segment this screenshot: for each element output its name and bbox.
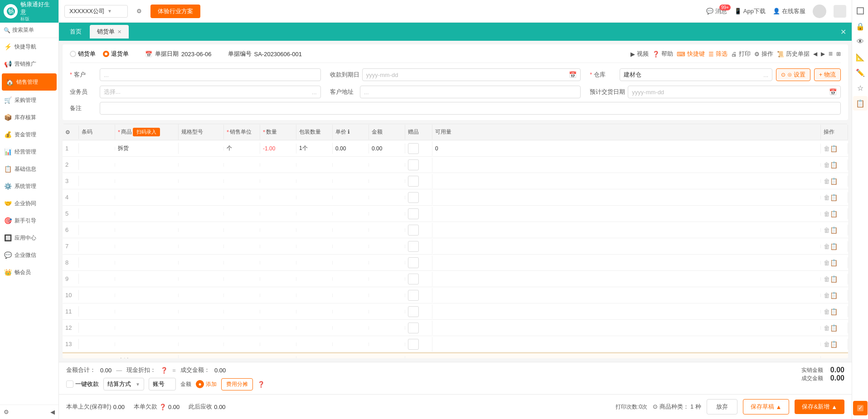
tab-home[interactable]: 首页 <box>63 25 89 39</box>
video-btn[interactable]: ▶ 视频 <box>630 50 649 58</box>
one-click-checkbox[interactable] <box>66 380 73 388</box>
delete-row-8[interactable]: 🗑 <box>824 259 830 266</box>
operation-btn[interactable]: ⚙ 操作 <box>754 50 773 58</box>
gift-checkbox-5[interactable] <box>408 208 419 219</box>
sidebar-item-shortcut[interactable]: ⚡ 快捷导航 <box>0 38 58 55</box>
warehouse-input[interactable]: 建材仓 ... <box>620 68 772 81</box>
sidebar-collapse-icon[interactable]: ◀ <box>50 409 55 415</box>
tab-sales-order[interactable]: 销货单 ✕ <box>90 25 129 39</box>
delete-row-12[interactable]: 🗑 <box>824 324 830 332</box>
save-new-button[interactable]: 保存&新增 ▲ <box>795 400 844 414</box>
trial-button[interactable]: 体验行业方案 <box>150 5 200 18</box>
gift-checkbox-11[interactable] <box>408 306 419 317</box>
delete-row-10[interactable]: 🗑 <box>824 292 830 299</box>
delete-row-9[interactable]: 🗑 <box>824 275 830 283</box>
payment-account-select[interactable]: 账号 <box>149 378 176 390</box>
user-menu[interactable] <box>834 5 846 18</box>
salesperson-input[interactable]: 选择... ... <box>100 86 321 98</box>
td-barcode-1[interactable] <box>79 147 115 150</box>
sidebar-item-guide[interactable]: 🎯 新手引导 <box>0 212 58 229</box>
td-price-1[interactable]: 0.00 <box>333 144 369 154</box>
gift-checkbox-7[interactable] <box>408 241 419 252</box>
th-settings[interactable]: ⚙ <box>63 125 79 139</box>
copy-row-5[interactable]: 📋 <box>830 210 838 217</box>
td-spec-1[interactable] <box>179 147 224 150</box>
td-qty-1[interactable]: -1.00 <box>260 144 296 154</box>
gift-checkbox-3[interactable] <box>408 176 419 187</box>
sidebar-item-sales[interactable]: 🏠 销售管理 <box>2 73 57 91</box>
copy-row-8[interactable]: 📋 <box>830 259 838 266</box>
due-date-input[interactable]: yyyy-mm-dd 📅 <box>362 68 581 81</box>
scan-barcode-button[interactable]: 扫码录入 <box>133 128 160 136</box>
customer-input[interactable]: ... <box>100 68 321 81</box>
td-pack-1[interactable]: 1个 <box>296 143 333 154</box>
rt-expand-btn[interactable] <box>853 4 868 18</box>
delivery-date-input[interactable]: yyyy-mm-dd 📅 <box>628 86 841 98</box>
gift-checkbox-13[interactable] <box>408 339 419 350</box>
flow-btn[interactable]: + 物流 <box>814 68 841 81</box>
td-unit-1[interactable]: 个 <box>224 143 260 154</box>
filter-btn[interactable]: ☰ 筛选 <box>708 50 727 58</box>
company-selector[interactable]: XXXXXX公司 ▼ <box>64 5 128 18</box>
delete-row-1[interactable]: 🗑 <box>824 145 830 152</box>
app-download-button[interactable]: 📱 App下载 <box>734 7 766 15</box>
prev-btn[interactable]: ◀ <box>813 51 817 57</box>
delete-row-13[interactable]: 🗑 <box>824 341 830 348</box>
print-btn[interactable]: 🖨 打印 <box>731 50 751 58</box>
rt-edit-btn[interactable]: ✏️ <box>853 65 868 80</box>
sidebar-item-vip[interactable]: 👑 畅会员 <box>0 264 58 281</box>
sidebar-item-basic[interactable]: 📋 基础信息 <box>0 160 58 178</box>
td-gift-1[interactable] <box>405 141 432 156</box>
sidebar-item-wechat[interactable]: 💬 企业微信 <box>0 246 58 264</box>
copy-row-9[interactable]: 📋 <box>830 275 838 283</box>
rt-star-btn[interactable]: ☆ <box>853 81 868 95</box>
tab-bar-close[interactable]: ✕ <box>840 28 846 36</box>
customer-address-input[interactable]: ... <box>360 86 581 98</box>
save-draft-button[interactable]: 保存草稿 ▲ <box>743 399 790 414</box>
add-amount-button[interactable]: ● <box>196 380 204 388</box>
delete-row-6[interactable]: 🗑 <box>824 226 830 234</box>
message-button[interactable]: 💬 消息 99+ <box>706 7 727 15</box>
sidebar-item-inventory[interactable]: 📦 库存核算 <box>0 109 58 126</box>
rt-measure-btn[interactable]: 📐 <box>853 50 868 64</box>
fee-split-button[interactable]: 费用分摊 <box>221 378 253 390</box>
delete-row-5[interactable]: 🗑 <box>824 210 830 217</box>
next-btn[interactable]: ▶ <box>821 51 825 57</box>
sidebar-item-system[interactable]: ⚙️ 系统管理 <box>0 178 58 195</box>
gift-checkbox-1[interactable] <box>408 143 419 154</box>
rt-orange-action-btn[interactable]: ✓ <box>853 401 868 415</box>
gift-checkbox-2[interactable] <box>408 159 419 170</box>
settings-btn[interactable]: ⊙ ⊙ 设置 <box>776 68 810 81</box>
gift-checkbox-10[interactable] <box>408 290 419 301</box>
list-view-btn[interactable]: ≡ <box>829 50 833 58</box>
delete-row-4[interactable]: 🗑 <box>824 194 830 201</box>
gift-checkbox-6[interactable] <box>408 225 419 236</box>
sidebar-search[interactable]: 🔍 搜索菜单 <box>0 23 58 38</box>
delete-row-7[interactable]: 🗑 <box>824 243 830 250</box>
shortcut-btn[interactable]: ⌨ 快捷键 <box>677 50 705 58</box>
note-input[interactable] <box>100 102 841 115</box>
gift-checkbox-9[interactable] <box>408 274 419 284</box>
sidebar-item-operations[interactable]: 📊 经营管理 <box>0 143 58 160</box>
copy-row-3[interactable]: 📋 <box>830 178 838 185</box>
sidebar-item-marketing[interactable]: 📢 营销推广 <box>0 55 58 72</box>
sidebar-item-collab[interactable]: 🤝 企业协同 <box>0 195 58 212</box>
payment-method-select[interactable]: 结算方式 ▼ <box>103 378 144 390</box>
copy-row-6[interactable]: 📋 <box>830 226 838 234</box>
online-service-button[interactable]: 👤 在线客服 <box>773 7 805 15</box>
copy-row-12[interactable]: 📋 <box>830 324 838 332</box>
delete-row-2[interactable]: 🗑 <box>824 161 830 169</box>
sidebar-item-appstore[interactable]: 🔲 应用中心 <box>0 229 58 246</box>
copy-row-13[interactable]: 📋 <box>830 341 838 348</box>
sidebar-item-finance[interactable]: 💰 资金管理 <box>0 126 58 143</box>
gift-checkbox-4[interactable] <box>408 192 419 203</box>
settings-button[interactable]: ⚙ <box>132 5 146 18</box>
history-btn[interactable]: 📜 历史单据 <box>777 50 810 58</box>
copy-row-11[interactable]: 📋 <box>830 308 838 315</box>
delete-row-3[interactable]: 🗑 <box>824 178 830 185</box>
copy-row-1[interactable]: 📋 <box>830 145 838 152</box>
td-amount-1[interactable]: 0.00 <box>369 144 405 154</box>
tab-close-icon[interactable]: ✕ <box>117 29 121 35</box>
radio-return[interactable]: 退货单 <box>103 50 129 58</box>
gift-checkbox-8[interactable] <box>408 257 419 268</box>
